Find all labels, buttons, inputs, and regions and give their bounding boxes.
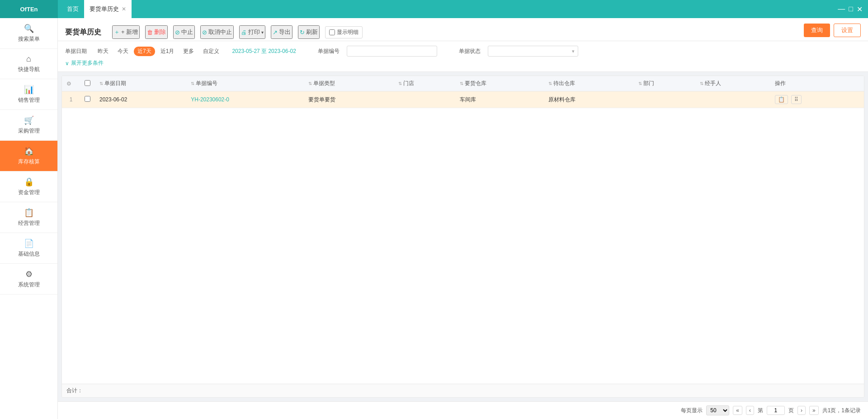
col-reqwarehouse[interactable]: 要货仓库 [455,76,544,91]
date-pill-more[interactable]: 更多 [179,47,198,56]
sidebar-label: 系统管理 [18,281,40,289]
first-page-btn[interactable]: « [733,406,742,415]
page-suffix: 页 [788,407,794,414]
date-pill-today[interactable]: 今天 [114,47,132,56]
delete-icon: 🗑 [147,29,153,36]
page-header: 要货单历史 ＋ + 新增 🗑 删除 ⊘ 中止 ⊘ [58,18,868,41]
settings-button[interactable]: 设置 [834,24,861,37]
page-input[interactable] [767,406,785,415]
filter-area: 单据日期 昨天 今天 近7天 近1月 更多 自定义 2023-05-27 至 2… [58,41,868,72]
row-edit-btn[interactable]: 📋 [775,95,788,104]
row-checkbox[interactable] [85,96,90,102]
sidebar-item-basic-info[interactable]: 📄 基础信息 [0,233,57,264]
docno-link[interactable]: YH-20230602-0 [191,96,229,103]
cancel-stop-button[interactable]: ⊘ 取消中止 [200,25,234,39]
refresh-button[interactable]: ↻ 刷新 [298,25,320,39]
sidebar-label: 资金管理 [18,189,40,196]
maximize-icon[interactable]: □ [849,5,853,13]
row-checkbox-cell[interactable] [80,91,95,108]
query-button[interactable]: 查询 [804,24,830,37]
col-settings-icon[interactable]: ⚙ [66,81,71,87]
last-page-btn[interactable]: » [809,406,819,415]
table-area: ⚙ 单据日期 单据编号 单据类型 门店 要货仓库 待出仓库 部门 经手人 操 [61,76,864,398]
sidebar-label: 销售管理 [18,96,40,104]
col-settings[interactable]: ⚙ [62,76,80,91]
minimize-icon[interactable]: — [838,5,845,13]
prev-page-btn[interactable]: ‹ [746,406,754,415]
status-label: 单据状态 [459,48,481,55]
table-header-row: ⚙ 单据日期 单据编号 单据类型 门店 要货仓库 待出仓库 部门 经手人 操 [62,76,864,91]
sidebar-label: 库存核算 [18,158,40,166]
stop-icon: ⊘ [175,29,180,36]
sidebar-item-inventory[interactable]: 🏠 库存核算 [0,141,57,171]
sidebar-item-operations[interactable]: 📋 经营管理 [0,202,57,233]
col-docdate[interactable]: 单据日期 [95,76,186,91]
export-icon: ↗ [273,29,278,36]
stop-button[interactable]: ⊘ 中止 [173,25,195,39]
sidebar-item-sales[interactable]: 📊 销售管理 [0,79,57,110]
page-label: 第 [758,407,763,414]
select-all-checkbox[interactable] [85,80,90,86]
refresh-icon: ↻ [300,29,305,36]
sidebar-item-search-menu[interactable]: 🔍 搜索菜单 [0,18,57,49]
cancel-stop-icon: ⊘ [202,29,207,36]
print-dropdown-icon: ▾ [261,30,264,35]
row-index: 1 [62,91,80,108]
tab-close-icon[interactable]: ✕ [122,6,126,12]
display-cell-checkbox[interactable] [329,29,335,35]
row-actions-cell: 📋 ⠿ [770,91,864,108]
col-docno[interactable]: 单据编号 [186,76,304,91]
inventory-icon: 🏠 [24,146,34,156]
table-row: 1 2023-06-02 YH-20230602-0 要货单要货 车间库 原材料… [62,91,864,108]
row-detail-btn[interactable]: ⠿ [791,95,802,104]
basic-info-icon: 📄 [24,238,34,248]
app-logo: OfTEn [0,0,58,18]
display-cell-button[interactable]: 显示明细 [325,26,363,38]
row-reqwarehouse: 车间库 [455,91,544,108]
row-store [394,91,455,108]
col-handler[interactable]: 经手人 [695,76,770,91]
row-pendingwarehouse: 原材料仓库 [544,91,634,108]
col-department[interactable]: 部门 [634,76,695,91]
delete-button[interactable]: 🗑 删除 [145,25,168,39]
date-pill-custom[interactable]: 自定义 [199,47,223,56]
row-docno[interactable]: YH-20230602-0 [186,91,304,108]
total-info: 共1页，1条记录 [822,407,861,414]
date-pill-yesterday[interactable]: 昨天 [94,47,112,56]
col-doctype[interactable]: 单据类型 [304,76,394,91]
row-department [634,91,695,108]
page-size-select[interactable]: 10 20 50 100 [706,405,729,415]
export-button[interactable]: ↗ 导出 [271,25,292,39]
new-button[interactable]: ＋ + 新增 [112,25,140,39]
next-page-btn[interactable]: › [797,406,806,415]
col-pendingwarehouse[interactable]: 待出仓库 [544,76,634,91]
status-select[interactable] [488,46,578,57]
sidebar-item-purchase[interactable]: 🛒 采购管理 [0,110,57,141]
date-pills: 昨天 今天 近7天 近1月 更多 自定义 [94,47,223,56]
close-window-icon[interactable]: ✕ [857,5,863,14]
date-filter-label: 单据日期 [65,48,87,55]
quick-nav-icon: ⌂ [26,54,31,64]
date-pill-1month[interactable]: 近1月 [157,47,178,56]
tab-requisition-history[interactable]: 要货单历史 ✕ [84,0,132,18]
sidebar-label: 经营管理 [18,219,40,227]
row-handler [695,91,770,108]
tab-home[interactable]: 首页 [61,0,84,18]
sidebar-item-finance[interactable]: 🔒 资金管理 [0,171,57,202]
toolbar: ＋ + 新增 🗑 删除 ⊘ 中止 ⊘ 取消中止 [112,25,363,39]
sidebar-item-system[interactable]: ⚙ 系统管理 [0,264,57,295]
date-pill-7days[interactable]: 近7天 [134,47,155,56]
expand-more-btn[interactable]: ∨ 展开更多条件 [65,59,861,67]
print-button[interactable]: 🖨 打印 ▾ [239,25,265,39]
finance-icon: 🔒 [24,177,34,187]
row-docdate: 2023-06-02 [95,91,186,108]
col-checkbox[interactable] [80,76,95,91]
content-area: 要货单历史 ＋ + 新增 🗑 删除 ⊘ 中止 ⊘ [58,18,868,419]
page-title: 要货单历史 [65,28,101,37]
sidebar-item-quick-nav[interactable]: ⌂ 快捷导航 [0,49,57,79]
docno-input[interactable] [347,46,437,57]
pagination-bar: 每页显示 10 20 50 100 « ‹ 第 页 › » 共1页，1条记录 [58,401,868,419]
chevron-down-icon: ∨ [65,60,69,67]
col-store[interactable]: 门店 [394,76,455,91]
col-actions: 操作 [770,76,864,91]
